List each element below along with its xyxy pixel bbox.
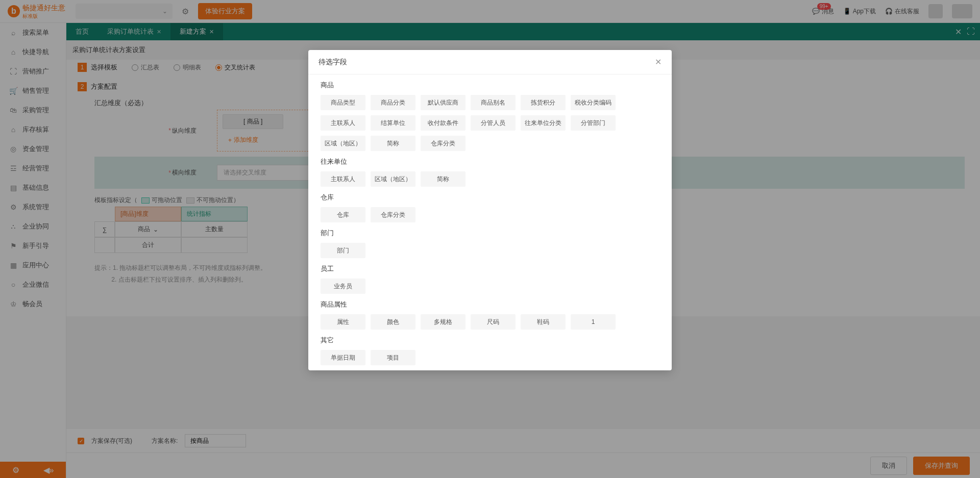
field-option-0-5[interactable]: 税收分类编码 [571,95,616,110]
field-group-title: 部门 [321,229,659,238]
field-option-1-0[interactable]: 主联系人 [321,171,365,187]
field-option-0-11[interactable]: 分管部门 [571,115,616,131]
field-option-0-13[interactable]: 简称 [371,136,415,151]
field-option-0-6[interactable]: 主联系人 [321,115,365,131]
field-option-5-3[interactable]: 尺码 [471,314,516,330]
field-option-1-1[interactable]: 区域（地区） [371,171,415,187]
field-group-2: 仓库仓库仓库分类 [321,193,659,222]
field-option-5-4[interactable]: 鞋码 [521,314,566,330]
field-option-6-1[interactable]: 项目 [371,350,415,365]
field-option-5-1[interactable]: 颜色 [371,314,415,330]
field-option-0-9[interactable]: 分管人员 [471,115,516,131]
field-group-6: 其它单据日期项目 [321,336,659,365]
field-option-0-10[interactable]: 往来单位分类 [521,115,566,131]
field-option-6-0[interactable]: 单据日期 [321,350,365,365]
field-group-1: 往来单位主联系人区域（地区）简称 [321,157,659,187]
field-option-0-7[interactable]: 结算单位 [371,115,415,131]
field-option-0-8[interactable]: 收付款条件 [421,115,465,131]
field-group-0: 商品商品类型商品分类默认供应商商品别名拣货积分税收分类编码主联系人结算单位收付款… [321,81,659,151]
modal-close-button[interactable]: ✕ [655,57,662,67]
field-option-1-2[interactable]: 简称 [421,171,465,187]
field-option-0-1[interactable]: 商品分类 [371,95,415,110]
field-group-title: 往来单位 [321,157,659,166]
field-option-5-5[interactable]: 1 [571,314,616,330]
field-option-3-0[interactable]: 部门 [321,243,365,258]
field-option-0-3[interactable]: 商品别名 [471,95,516,110]
field-group-4: 员工业务员 [321,264,659,294]
field-group-3: 部门部门 [321,229,659,258]
field-option-5-0[interactable]: 属性 [321,314,365,330]
field-group-title: 商品属性 [321,300,659,309]
field-group-title: 商品 [321,81,659,90]
field-option-0-12[interactable]: 区域（地区） [321,136,365,151]
field-option-5-2[interactable]: 多规格 [421,314,465,330]
modal-title: 待选字段 [318,58,347,67]
field-group-5: 商品属性属性颜色多规格尺码鞋码1 [321,300,659,330]
field-group-title: 其它 [321,336,659,345]
field-option-0-14[interactable]: 仓库分类 [421,136,465,151]
field-option-4-0[interactable]: 业务员 [321,279,365,294]
field-option-2-1[interactable]: 仓库分类 [371,207,415,222]
field-group-title: 仓库 [321,193,659,202]
field-option-0-2[interactable]: 默认供应商 [421,95,465,110]
field-picker-modal: 待选字段 ✕ 商品商品类型商品分类默认供应商商品别名拣货积分税收分类编码主联系人… [308,50,672,370]
field-group-title: 员工 [321,264,659,273]
field-option-0-0[interactable]: 商品类型 [321,95,365,110]
field-option-2-0[interactable]: 仓库 [321,207,365,222]
field-option-0-4[interactable]: 拣货积分 [521,95,566,110]
